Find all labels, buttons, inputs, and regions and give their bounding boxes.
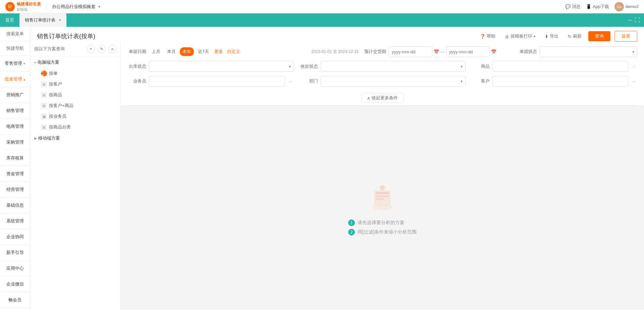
dropdown-arrow-icon[interactable]: ▾ <box>98 4 101 9</box>
svg-rect-2 <box>376 192 389 194</box>
sidebar-item-newguide[interactable]: 新手引导 <box>0 245 30 261</box>
date-buttons: 上月 本月 本年 近7天 更多 自定义 <box>149 47 306 56</box>
query-button[interactable]: 查询 <box>588 31 610 41</box>
svg-rect-4 <box>376 198 384 200</box>
top-bar-right: 💬 消息 📱 App下载 Ea demo2 <box>565 2 639 11</box>
date-label: 单据日期 <box>127 49 146 55</box>
help-button[interactable]: ❓ 帮助 <box>477 32 498 41</box>
avatar: Ea <box>614 2 624 11</box>
settings-button[interactable]: 设置 <box>614 31 637 42</box>
date-cur-month-button[interactable]: 本月 <box>164 47 178 56</box>
doc-status-label: 单据状态 <box>518 49 537 55</box>
refresh-button[interactable]: ↻ 刷新 <box>565 32 584 41</box>
date-cur-year-button[interactable]: 本年 <box>180 47 194 56</box>
scheme-item-1[interactable]: ⊞ 按客户 <box>30 79 120 90</box>
sidebar-item-marketing[interactable]: 营销推广 <box>0 87 30 103</box>
filter-row-3: 业务员 ··· 部门 ▾ <box>127 76 637 87</box>
pay-status-group: 收款状态 ▾ <box>299 61 466 72</box>
edit-scheme-button[interactable]: ✎ <box>98 45 106 53</box>
scheme-item-4[interactable]: ▦ 按业务员 <box>30 111 120 122</box>
scheme-item-5[interactable]: ⊞ 按商品分类 <box>30 122 120 133</box>
left-panel-tools: + ✎ « <box>87 45 116 53</box>
product-more-icon[interactable]: ··· <box>631 64 637 69</box>
sidebar-item-sales[interactable]: 销售管理 <box>0 103 30 119</box>
message-button[interactable]: 💬 消息 <box>565 4 581 10</box>
print-button[interactable]: 🖨 按模板打印 ▾ <box>502 32 538 41</box>
add-scheme-button[interactable]: + <box>87 45 95 53</box>
sidebar-item-purchase[interactable]: 采购管理 <box>0 135 30 150</box>
calendar-end-icon[interactable]: 📅 <box>491 49 496 54</box>
customer-input[interactable] <box>492 76 628 87</box>
tab-active[interactable]: 销售订单统计表 × <box>19 13 66 27</box>
sidebar-item-wholesale[interactable]: 批发管理 ▴ <box>0 71 30 87</box>
expected-date-start-input[interactable] <box>389 46 432 57</box>
sidebar-item-retail[interactable]: 零售管理 ▾ <box>0 56 30 71</box>
scheme-icon-5: ⊞ <box>41 124 47 130</box>
divider <box>46 3 47 10</box>
scheme-item-2[interactable]: ⊞ 按商品 <box>30 90 120 100</box>
sidebar-item-search[interactable]: 搜索菜单 <box>0 27 30 41</box>
tab-home[interactable]: 首页 <box>0 13 19 27</box>
collapse-button[interactable]: ∧ 收起更多条件 <box>361 93 404 103</box>
sidebar-item-finance[interactable]: 资金管理 <box>0 166 30 182</box>
scheme-item-0[interactable]: 按单 按单 <box>30 68 120 79</box>
svg-point-5 <box>379 185 386 191</box>
sidebar-item-member[interactable]: 畅会员 <box>0 292 30 308</box>
tab-close-icon[interactable]: × <box>59 18 61 22</box>
tip-num-2: 2 <box>348 229 355 236</box>
sidebar-item-operations[interactable]: 经营管理 <box>0 182 30 198</box>
maximize-icon[interactable]: ⛶ <box>635 17 640 23</box>
user-area[interactable]: Ea demo2 <box>614 2 639 11</box>
expected-date-end-input[interactable] <box>446 46 490 57</box>
salesperson-input[interactable] <box>149 76 285 87</box>
scheme-item-3[interactable]: ⊞ 按客户+商品 <box>30 100 120 111</box>
sidebar-item-quicknav[interactable]: 快捷导航 <box>0 41 30 56</box>
product-input[interactable] <box>492 61 628 72</box>
collapse-row: ∧ 收起更多条件 <box>127 91 637 106</box>
pay-status-label: 收款状态 <box>299 63 318 69</box>
sidebar-item-basic[interactable]: 基础信息 <box>0 198 30 213</box>
sidebar-item-collab[interactable]: 企业协同 <box>0 229 30 245</box>
doc-status-select[interactable] <box>540 46 637 57</box>
date-7days-button[interactable]: 近7天 <box>195 47 212 56</box>
content-area: 销售订单统计表(按单) ❓ 帮助 🖨 按模板打印 ▾ ⬇ 导出 ↻ 刷新 <box>30 27 644 310</box>
calendar-start-icon[interactable]: 📅 <box>434 49 439 54</box>
sidebar-item-appcenter[interactable]: 应用中心 <box>0 261 30 276</box>
ship-status-select-wrapper: ▾ <box>149 61 294 72</box>
pay-status-select[interactable] <box>321 61 466 72</box>
pay-status-select-wrapper: ▾ <box>321 61 466 72</box>
svg-rect-3 <box>376 195 389 197</box>
sidebar-item-inventory[interactable]: 库存核算 <box>0 150 30 166</box>
dept-select[interactable] <box>321 76 466 87</box>
ship-status-select[interactable] <box>149 61 294 72</box>
top-bar: 好 畅捷通好生意 标账版 办公用品行业模拟账套 ▾ 💬 消息 📱 App下载 E… <box>0 0 644 13</box>
app-download-button[interactable]: 📱 App下载 <box>586 4 609 10</box>
export-button[interactable]: ⬇ 导出 <box>542 32 561 41</box>
sidebar-item-system[interactable]: 系统管理 <box>0 213 30 229</box>
filter-row-1: 单据日期 上月 本月 本年 近7天 更多 自定义 2023-01-01 至 20… <box>127 46 637 57</box>
expected-date-group: 预计交货期 📅 — 📅 <box>364 46 513 57</box>
logo-area: 好 畅捷通好生意 标账版 <box>5 1 41 12</box>
chevron-down-icon: ▾ <box>23 62 25 65</box>
phone-icon: 📱 <box>586 4 591 9</box>
salesperson-more-icon[interactable]: ··· <box>287 79 294 84</box>
minimize-icon[interactable]: ─ <box>628 17 632 23</box>
mobile-section-header[interactable]: ▶ 移动端方案 <box>30 133 120 144</box>
doc-status-select-wrapper: ▾ <box>540 46 637 57</box>
dept-label: 部门 <box>299 78 318 84</box>
app-title: 办公用品行业模拟账套 <box>52 4 96 10</box>
help-icon: ❓ <box>480 34 485 39</box>
date-more-button[interactable]: 更多 <box>213 49 224 55</box>
sidebar-item-wechat[interactable]: 企业微信 <box>0 276 30 292</box>
customer-more-icon[interactable]: ··· <box>631 79 637 84</box>
print-arrow-icon: ▾ <box>534 35 535 38</box>
tab-bar-actions: ─ ⛶ <box>628 17 644 23</box>
tip-num-1: 1 <box>348 219 355 226</box>
sidebar-item-ecommerce[interactable]: 电商管理 <box>0 119 30 135</box>
pc-section-header[interactable]: ▾ 电脑端方案 <box>30 57 120 68</box>
empty-state: 1 请先选择要分析的方案 2 用[过滤]条件来缩小分析范围 <box>121 106 644 310</box>
date-custom-button[interactable]: 自定义 <box>226 49 241 55</box>
collapse-panel-button[interactable]: « <box>108 45 116 53</box>
svg-point-6 <box>381 187 382 188</box>
date-prev-month-button[interactable]: 上月 <box>149 47 163 56</box>
